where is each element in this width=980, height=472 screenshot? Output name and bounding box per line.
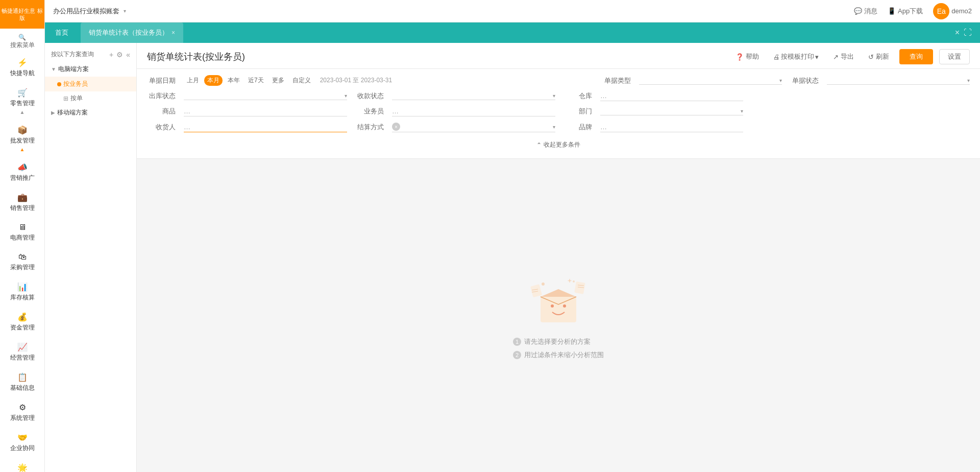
out-status-select[interactable]: ▾ — [184, 92, 347, 100]
date-tab-custom[interactable]: 自定义 — [289, 75, 314, 86]
sidebar-item-search[interactable]: 🔍 搜索菜单 — [0, 29, 44, 53]
mobile-section-header[interactable]: ▶ 移动端方案 — [45, 105, 136, 120]
sidebar-item-newuser[interactable]: 🌟 新手引导 — [0, 458, 44, 472]
left-panel-header-label: 按以下方案查询 — [51, 50, 94, 59]
header-dropdown-icon[interactable]: ▾ — [124, 8, 126, 14]
message-label: 消息 — [864, 7, 877, 16]
payment-label: 结算方式 — [355, 123, 384, 132]
sidebar-item-finance[interactable]: 💰 资金管理 — [0, 307, 44, 337]
date-tab-7days[interactable]: 近7天 — [245, 75, 267, 86]
sidebar-item-label: 销售管理 — [10, 204, 35, 213]
message-button[interactable]: 💬 消息 — [854, 7, 877, 16]
sidebar-item-operation[interactable]: 📈 经营管理 — [0, 337, 44, 367]
payment-clear-icon[interactable]: × — [392, 123, 400, 131]
collapse-panel-icon[interactable]: « — [126, 51, 130, 59]
print-icon: 🖨 — [773, 53, 780, 61]
receive-status-select[interactable]: ▾ — [392, 92, 555, 100]
ecommerce-icon: 🖥 — [18, 223, 27, 232]
arrow-right-icon: ▶ — [51, 110, 55, 115]
user-name: demo2 — [951, 7, 972, 15]
basic-icon: 📋 — [17, 372, 28, 382]
scheme-salesman[interactable]: 按业务员 — [45, 77, 136, 91]
add-scheme-icon[interactable]: + — [109, 51, 113, 59]
help-label: 帮助 — [746, 52, 759, 61]
brand-input[interactable]: … — [600, 122, 743, 132]
svg-point-6 — [563, 304, 566, 308]
scheme-document-label: 按单 — [70, 94, 83, 103]
receive-status-label: 收款状态 — [355, 91, 384, 101]
active-dot — [57, 82, 61, 86]
newuser-icon: 🌟 — [17, 463, 28, 472]
export-button[interactable]: ↗ 导出 — [829, 50, 858, 63]
mobile-section: ▶ 移动端方案 — [45, 105, 136, 120]
date-tab-thismonth[interactable]: 本月 — [204, 75, 223, 86]
system-icon: ⚙ — [19, 403, 26, 412]
consignee-input[interactable]: … — [184, 122, 347, 132]
operation-icon: 📈 — [17, 342, 28, 352]
expand-icon: ▲ — [20, 109, 25, 115]
department-label: 部门 — [564, 107, 592, 116]
sidebar-item-purchase[interactable]: 🛍 采购管理 — [0, 247, 44, 277]
app-download-button[interactable]: 📱 App下载 — [888, 7, 923, 16]
purchase-icon: 🛍 — [18, 252, 27, 262]
department-dropdown-icon: ▾ — [741, 108, 743, 114]
user-avatar-button[interactable]: Ea demo2 — [933, 3, 972, 19]
marketing-icon: 📣 — [17, 162, 28, 172]
query-button[interactable]: 查询 — [899, 49, 933, 64]
salesman-input[interactable]: … — [392, 106, 555, 116]
out-status-label: 出库状态 — [147, 91, 176, 101]
empty-tips: 1 请先选择要分析的方案 2 用过滤条件来缩小分析范围 — [513, 337, 604, 360]
sidebar-item-basic[interactable]: 📋 基础信息 — [0, 367, 44, 397]
scheme-settings-icon[interactable]: ⚙ — [116, 51, 123, 59]
department-select[interactable]: ▾ — [600, 107, 743, 115]
quicknav-icon: ⚡ — [17, 58, 28, 67]
tip-num-2: 2 — [513, 351, 521, 359]
payment-select[interactable]: × ▾ — [392, 122, 555, 132]
sidebar-item-quicknav[interactable]: ⚡ 快捷导航 — [0, 53, 44, 83]
warehouse-input[interactable]: … — [600, 91, 743, 101]
sidebar-item-label: 电商管理 — [10, 233, 35, 242]
warehouse-label: 仓库 — [564, 91, 592, 101]
doc-type-select[interactable]: ▾ — [639, 77, 782, 85]
tab-active[interactable]: 销货单统计表（按业务员） × — [81, 22, 183, 43]
collapse-button[interactable]: ⌃ 收起更多条件 — [533, 137, 583, 152]
sidebar-item-enterprise[interactable]: 🤝 企业协同 — [0, 428, 44, 458]
date-tab-thisyear[interactable]: 本年 — [225, 75, 243, 86]
refresh-button[interactable]: ↺ 刷新 — [864, 50, 893, 63]
empty-tip-2: 2 用过滤条件来缩小分析范围 — [513, 350, 604, 360]
window-close-icon[interactable]: × — [955, 28, 960, 37]
goods-input[interactable]: … — [184, 106, 347, 116]
tab-bar-actions: × ⛶ — [955, 28, 980, 37]
settings-button[interactable]: 设置 — [939, 49, 970, 64]
doc-status-select[interactable]: ▾ — [827, 77, 970, 85]
scheme-document[interactable]: ⊞ 按单 — [45, 91, 136, 105]
sidebar-item-label: 资金管理 — [10, 323, 35, 332]
sidebar: 畅捷通好生意 标版 🔍 搜索菜单 ⚡ 快捷导航 🛒 零售管理 ▲ 📦 批发管理 … — [0, 0, 45, 472]
tab-home-label: 首页 — [55, 28, 68, 37]
tab-home[interactable]: 首页 — [45, 22, 79, 43]
sidebar-item-ecommerce[interactable]: 🖥 电商管理 — [0, 218, 44, 247]
sidebar-item-system[interactable]: ⚙ 系统管理 — [0, 397, 44, 428]
wholesale-icon: 📦 — [17, 125, 28, 135]
sidebar-item-inventory[interactable]: 📊 库存核算 — [0, 277, 44, 307]
sidebar-item-marketing[interactable]: 📣 营销推广 — [0, 157, 44, 187]
tab-close-icon[interactable]: × — [172, 29, 175, 36]
print-button[interactable]: 🖨 按模板打印 ▾ — [769, 50, 823, 63]
left-panel-header-actions: + ⚙ « — [109, 51, 130, 59]
sidebar-item-retail[interactable]: 🛒 零售管理 ▲ — [0, 83, 44, 120]
desktop-section-label: 电脑端方案 — [58, 65, 89, 74]
svg-point-1 — [542, 282, 545, 286]
sidebar-item-wholesale[interactable]: 📦 批发管理 ▲ — [0, 120, 44, 157]
app-download-icon: 📱 — [888, 7, 896, 15]
help-button[interactable]: ❓ 帮助 — [731, 50, 763, 63]
date-tab-lastmonth[interactable]: 上月 — [184, 75, 202, 86]
desktop-section-header[interactable]: ▼ 电脑端方案 — [45, 62, 136, 77]
empty-tip-1: 1 请先选择要分析的方案 — [513, 337, 604, 346]
window-expand-icon[interactable]: ⛶ — [964, 28, 972, 37]
message-icon: 💬 — [854, 7, 862, 15]
refresh-icon: ↺ — [868, 53, 874, 61]
app-logo: 畅捷通好生意 标版 — [0, 0, 45, 29]
date-tab-more[interactable]: 更多 — [269, 75, 287, 86]
sidebar-item-sales[interactable]: 💼 销售管理 — [0, 187, 44, 218]
sidebar-item-label: 基础信息 — [10, 384, 35, 392]
